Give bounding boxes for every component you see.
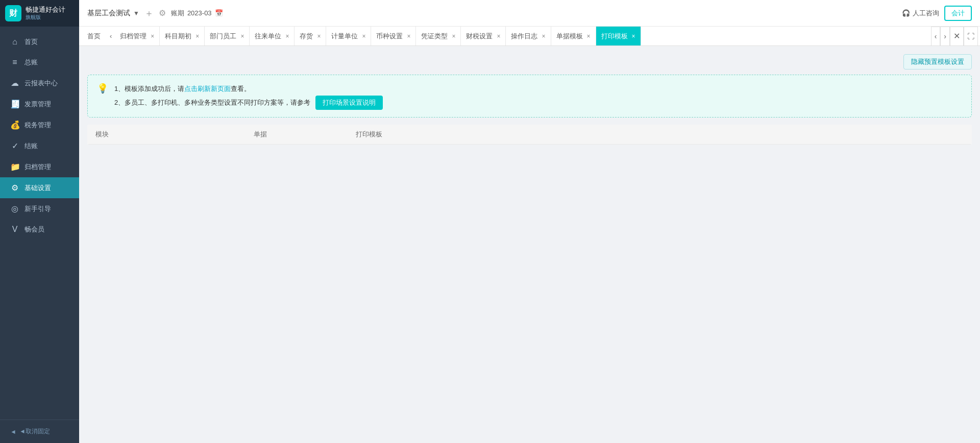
sidebar-item-tax[interactable]: 💰 税务管理 (0, 114, 79, 135)
sidebar-item-reports[interactable]: ☁ 云报表中心 (0, 73, 79, 94)
sidebar-item-label: 发票管理 (24, 100, 51, 109)
tab-prev-button[interactable]: ‹ (931, 27, 941, 46)
top-bar-left: 基层工会测试 ▼ ＋ ⚙ 账期 2023-03 📅 (87, 7, 223, 19)
sidebar-item-label: 畅会员 (24, 225, 44, 234)
tab-close-dept-staff[interactable]: × (240, 33, 244, 40)
tab-back-arrow[interactable]: ‹ (107, 27, 115, 46)
sidebar-item-label: 首页 (24, 37, 38, 46)
sidebar-logo: 财 畅捷通好会计 旗舰版 (0, 0, 79, 27)
sidebar-item-guide[interactable]: ◎ 新手引导 (0, 198, 79, 219)
tab-close-print-template[interactable]: × (632, 33, 635, 40)
sidebar: 财 畅捷通好会计 旗舰版 ⌂ 首页 ≡ 总账 ☁ 云报表中心 🧾 发票管理 💰 … (0, 0, 79, 443)
hide-preview-button[interactable]: 隐藏预置模板设置 (903, 54, 972, 69)
sidebar-unpin-button[interactable]: ◄ ◄取消固定 (0, 419, 79, 443)
tab-tax-settings[interactable]: 财税设置 × (461, 27, 506, 46)
sidebar-nav: ⌂ 首页 ≡ 总账 ☁ 云报表中心 🧾 发票管理 💰 税务管理 ✓ 结账 📁 归… (0, 27, 79, 419)
hide-preview-container: 隐藏预置模板设置 (87, 54, 972, 69)
tab-expand-button[interactable]: ⛶ (964, 27, 978, 46)
tab-currency[interactable]: 币种设置 × (371, 27, 416, 46)
period-label: 账期 (171, 9, 184, 18)
scene-settings-button[interactable]: 打印场景设置说明 (315, 96, 383, 110)
company-selector[interactable]: 基层工会测试 ▼ (87, 9, 139, 18)
period-info: 账期 2023-03 📅 (171, 9, 223, 18)
sidebar-item-label: 结账 (24, 142, 38, 151)
info-line2: 2、多员工、多打印机、多种业务类型设置不同打印方案等，请参考 打印场景设置说明 (114, 96, 383, 110)
calendar-icon[interactable]: 📅 (215, 9, 223, 17)
top-bar-right: 🎧 人工咨询 会计 (902, 6, 972, 21)
member-icon: V (10, 225, 19, 234)
tab-next-button[interactable]: › (940, 27, 950, 46)
tab-counterpart[interactable]: 往来单位 × (250, 27, 295, 46)
tab-close-all-button[interactable]: ✕ (950, 27, 964, 46)
tab-dept-staff[interactable]: 部门员工 × (205, 27, 250, 46)
tab-print-template[interactable]: 打印模板 × (596, 27, 641, 46)
company-name: 基层工会测试 (87, 9, 130, 18)
archive-icon: 📁 (10, 162, 19, 172)
main-area: 基层工会测试 ▼ ＋ ⚙ 账期 2023-03 📅 🎧 人工咨询 会计 首页 (79, 0, 980, 443)
sidebar-item-label: 云报表中心 (24, 79, 58, 88)
gear-icon[interactable]: ⚙ (159, 8, 166, 18)
home-icon: ⌂ (10, 37, 19, 46)
tax-icon: 💰 (10, 120, 19, 130)
settings-icon: ⚙ (10, 183, 19, 193)
tab-close-single-template[interactable]: × (587, 33, 591, 40)
company-dropdown-arrow[interactable]: ▼ (133, 10, 139, 17)
period-value: 2023-03 (187, 9, 212, 17)
invoice-icon: 🧾 (10, 99, 19, 109)
tab-close-subject-init[interactable]: × (195, 33, 199, 40)
tab-inventory[interactable]: 存货 × (295, 27, 326, 46)
sidebar-item-label: 总账 (24, 58, 38, 67)
app-name: 畅捷通好会计 (26, 6, 65, 14)
tab-home[interactable]: 首页 (81, 27, 107, 46)
table-header-row: 模块 单据 打印模板 (87, 125, 972, 145)
info-box: 💡 1、模板添加成功后，请点击刷新新页面查看。 2、多员工、多打印机、多种业务类… (87, 75, 972, 118)
sidebar-item-archive[interactable]: 📁 归档管理 (0, 156, 79, 177)
sidebar-item-label: 归档管理 (24, 162, 51, 172)
headset-icon: 🎧 (902, 9, 910, 17)
tab-close-voucher-type[interactable]: × (452, 33, 455, 40)
app-logo-icon: 财 (5, 5, 21, 21)
col-voucher: 单据 (246, 125, 348, 145)
top-bar: 基层工会测试 ▼ ＋ ⚙ 账期 2023-03 📅 🎧 人工咨询 会计 (79, 0, 980, 27)
tab-close-counterpart[interactable]: × (285, 33, 289, 40)
account-button[interactable]: 会计 (944, 6, 972, 21)
info-line1: 1、模板添加成功后，请点击刷新新页面查看。 (114, 82, 383, 96)
sidebar-item-home[interactable]: ⌂ 首页 (0, 32, 79, 52)
col-print-template: 打印模板 (348, 125, 972, 145)
checkout-icon: ✓ (10, 141, 19, 151)
sidebar-item-ledger[interactable]: ≡ 总账 (0, 52, 79, 73)
content-area: 隐藏预置模板设置 💡 1、模板添加成功后，请点击刷新新页面查看。 2、多员工、多… (79, 46, 980, 443)
tab-close-currency[interactable]: × (407, 33, 410, 40)
tab-unit[interactable]: 计量单位 × (326, 27, 371, 46)
support-button[interactable]: 🎧 人工咨询 (902, 9, 939, 18)
table-header: 模块 单据 打印模板 (87, 125, 972, 145)
info-text: 1、模板添加成功后，请点击刷新新页面查看。 2、多员工、多打印机、多种业务类型设… (114, 82, 383, 110)
tab-operation-log[interactable]: 操作日志 × (506, 27, 551, 46)
support-label: 人工咨询 (913, 9, 939, 18)
sidebar-item-settings[interactable]: ⚙ 基础设置 (0, 177, 79, 198)
sidebar-item-label: 税务管理 (24, 121, 51, 130)
tab-close-tax-settings[interactable]: × (497, 33, 500, 40)
bulb-icon: 💡 (97, 83, 108, 94)
refresh-link[interactable]: 点击刷新新页面 (184, 85, 231, 92)
print-template-table: 模块 单据 打印模板 (87, 125, 972, 145)
guide-icon: ◎ (10, 204, 19, 214)
tab-voucher-type[interactable]: 凭证类型 × (416, 27, 461, 46)
tab-close-operation-log[interactable]: × (542, 33, 545, 40)
sidebar-item-label: 基础设置 (24, 183, 51, 193)
tab-close-inventory[interactable]: × (317, 33, 321, 40)
tab-archive-mgmt[interactable]: 归档管理 × (115, 27, 160, 46)
reports-icon: ☁ (10, 78, 19, 88)
col-module: 模块 (87, 125, 246, 145)
sidebar-item-checkout[interactable]: ✓ 结账 (0, 135, 79, 156)
tab-single-template[interactable]: 单据模板 × (551, 27, 596, 46)
tab-close-archive-mgmt[interactable]: × (151, 33, 154, 40)
sidebar-item-invoice[interactable]: 🧾 发票管理 (0, 94, 79, 114)
unpin-icon: ◄ (10, 428, 16, 435)
sidebar-item-member[interactable]: V 畅会员 (0, 219, 79, 240)
tab-subject-init[interactable]: 科目期初 × (160, 27, 205, 46)
add-button[interactable]: ＋ (144, 7, 154, 19)
tab-close-unit[interactable]: × (362, 33, 365, 40)
tab-bar: 首页 ‹ 归档管理 × 科目期初 × 部门员工 × 往来单位 × 存货 × 计量… (79, 27, 980, 46)
sidebar-item-label: 新手引导 (24, 204, 51, 214)
